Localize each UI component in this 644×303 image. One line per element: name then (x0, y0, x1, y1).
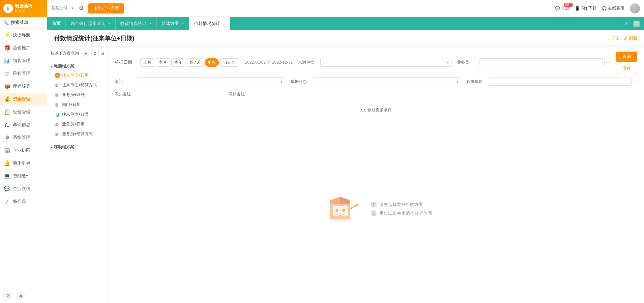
svg-marker-3 (340, 197, 350, 204)
sidebar-collapse-button[interactable]: ◀ (16, 291, 25, 300)
tab-receivable-label: 收款情况统计 (120, 21, 147, 27)
salesperson-filter-label: 业务员 (457, 60, 474, 65)
filter-settings-button[interactable]: 设置 (616, 64, 637, 73)
filter-panel: 单据日期 上月 本月 本年 近7天 更多 自定义 2022-01-01 至 20… (108, 47, 644, 103)
date-btn-last-month[interactable]: 上月 (140, 58, 154, 67)
hint-text-2: 用过滤条件来缩小分析范围 (379, 210, 432, 216)
scheme-item-partner-account[interactable]: 📊 往来单位+账号 (47, 110, 108, 119)
sidebar-item-operation[interactable]: 📋 经营管理 (0, 105, 47, 118)
window-maximize-button[interactable]: ⬜ (632, 20, 641, 28)
scheme-item-dept-date[interactable]: ▦ 部门+日期 (47, 100, 108, 110)
voucher-status-select[interactable] (313, 77, 461, 86)
scheme-sidebar: 按以下方案查询 + ⚙ ◀ ▾ 电脑端方案 ● 往来单位+日期 ▦ (47, 47, 108, 303)
search-icon: 🔍 (3, 20, 9, 25)
sidebar-footer: ⚙ ◀ (0, 288, 47, 303)
sidebar-item-guide[interactable]: 🔔 新手引导 (0, 157, 47, 170)
table-header-remark-label: 表头备注 (115, 91, 131, 97)
date-btn-this-month[interactable]: 本月 (156, 58, 170, 67)
collapse-label: 收起更多条件 (368, 107, 392, 113)
source-select[interactable] (320, 58, 451, 67)
query-button[interactable]: 查询 (616, 52, 637, 62)
sidebar-item-inventory[interactable]: 📦 库存核算 (0, 80, 47, 93)
mobile-icon: 📱 (575, 6, 580, 11)
partner-filter-label: 往来单位 (467, 79, 484, 85)
filter-row-dept: 部门 ▼ 单据状态 ▼ (115, 77, 637, 86)
sidebar-item-hardware[interactable]: 💻 智能硬件 (0, 170, 47, 182)
source-filter-label: 来源单据 (298, 60, 315, 65)
scheme-item-partner-date[interactable]: ● 往来单位+日期 (47, 70, 108, 80)
date-btn-more[interactable]: 更多 (205, 58, 219, 67)
scheme-settings-button[interactable]: ⚙ (91, 50, 99, 57)
sidebar-item-label: 智能硬件 (13, 173, 30, 179)
scheme-item-label: 业务员+账号 (62, 92, 85, 98)
online-service-action[interactable]: 🎧 在线客服 (602, 5, 624, 11)
tab-home[interactable]: 首页 (47, 17, 66, 30)
basic-info-icon: 🗂 (4, 122, 10, 128)
sidebar-settings-button[interactable]: ⚙ (3, 291, 13, 300)
tab-bank[interactable]: 现金银行流水查询 × (66, 17, 116, 30)
try-industry-button[interactable]: 体验行业方案 (88, 3, 124, 13)
messages-action[interactable]: 💬 消息 99+ (555, 5, 569, 11)
tab-bank-close[interactable]: × (108, 21, 111, 26)
scheme-item-partner-payment[interactable]: ▦ 往来单位+结算方式 (47, 80, 108, 90)
collapse-more-button[interactable]: ∧∧ 收起更多条件 (356, 106, 396, 114)
scheme-item-salesperson-payment[interactable]: ▦ 业务员+结算方式 (47, 129, 108, 139)
member-icon: ✓ (4, 199, 10, 205)
scheme-item-salesperson-account[interactable]: ▦ 业务员+账号 (47, 90, 108, 100)
page-header: 付款情况统计(往来单位+日期) ↑ 导出 ↺ 刷新 (47, 30, 644, 47)
scheme-group-mobile-header[interactable]: ▸ 移动端方案 (47, 143, 108, 151)
salesperson-ellipsis[interactable]: ··· (606, 60, 610, 65)
scheme-collapse-button[interactable]: ◀ (101, 51, 104, 56)
table-header-remark-input[interactable] (137, 90, 204, 98)
tabs-end-buttons: × ⬜ (621, 17, 644, 30)
sidebar-item-weixin[interactable]: 💬 企业微信 (0, 182, 47, 195)
scheme-group-desktop-header[interactable]: ▾ 电脑端方案 (47, 62, 108, 70)
filter-row-remarks: 表头备注 表体备注 (115, 90, 637, 98)
tab-new-scheme[interactable]: 新建方案 × (157, 17, 189, 30)
sidebar-item-basic-info[interactable]: 🗂 基础信息 (0, 118, 47, 131)
scheme-item-salesperson-date[interactable]: ▦ 业务员+日期 (47, 119, 108, 129)
app-download-action[interactable]: 📱 App下载 (575, 5, 596, 11)
guide-icon: 🔔 (4, 160, 10, 166)
sidebar-item-capital[interactable]: 💰 资金管理 (0, 93, 47, 105)
logo-text-block: 畅捷通巧 标准版 (15, 3, 32, 13)
tab-new-scheme-close[interactable]: × (182, 21, 184, 26)
window-close-button[interactable]: × (623, 20, 629, 27)
partner-ellipsis[interactable]: ··· (633, 79, 637, 84)
date-btn-custom[interactable]: 自定义 (220, 58, 238, 67)
tab-receivable-close[interactable]: × (149, 21, 152, 26)
scheme-table-icon: ▦ (55, 102, 60, 107)
sidebar-item-quick-nav[interactable]: ⚡ 快捷导航 (0, 29, 47, 41)
refresh-button[interactable]: ↺ 刷新 (623, 35, 637, 41)
sidebar-item-system[interactable]: ⚙ 系统管理 (0, 131, 47, 144)
sidebar-item-label: 经营管理 (13, 109, 30, 115)
sidebar-item-label: 畅会员 (13, 199, 26, 205)
user-avatar[interactable] (630, 3, 640, 13)
app-download-label: App下载 (581, 5, 596, 11)
export-icon: ↑ (608, 36, 610, 41)
search-menu[interactable]: 🔍 搜索菜单 (0, 17, 47, 29)
voucher-status-filter-label: 单据状态 (291, 79, 308, 85)
tab-payment-close[interactable]: × (223, 21, 225, 26)
sidebar-item-enterprise[interactable]: 🏢 企业协同 (0, 144, 47, 157)
department-select[interactable] (137, 77, 285, 86)
weixin-icon: 💬 (4, 186, 10, 192)
salesperson-input[interactable] (479, 58, 605, 66)
table-body-remark-input[interactable] (251, 90, 318, 98)
date-btn-last-7-days[interactable]: 近7天 (187, 58, 203, 67)
tab-receivable[interactable]: 收款情况统计 × (116, 17, 157, 30)
topbar-gear-button[interactable]: ⚙ (78, 4, 85, 13)
sidebar-item-label: 资金管理 (13, 96, 30, 102)
tab-payment[interactable]: 付款情况统计 × (189, 17, 230, 30)
export-button[interactable]: ↑ 导出 (608, 35, 620, 41)
breadcrumb-dropdown-icon[interactable]: ▼ (71, 6, 74, 10)
logo-sub: 标准版 (15, 9, 32, 13)
date-btn-this-year[interactable]: 本年 (171, 58, 185, 67)
sidebar-item-purchase[interactable]: 🛒 采购管理 (0, 67, 47, 80)
svg-point-5 (335, 209, 338, 212)
sidebar-item-member[interactable]: ✓ 畅会员 (0, 195, 47, 208)
add-scheme-button[interactable]: + (82, 50, 89, 57)
sidebar-item-sales[interactable]: 📊 销售管理 (0, 54, 47, 67)
partner-input[interactable] (489, 78, 632, 86)
sidebar-item-marketing[interactable]: 🎁 营销推广 (0, 41, 47, 54)
